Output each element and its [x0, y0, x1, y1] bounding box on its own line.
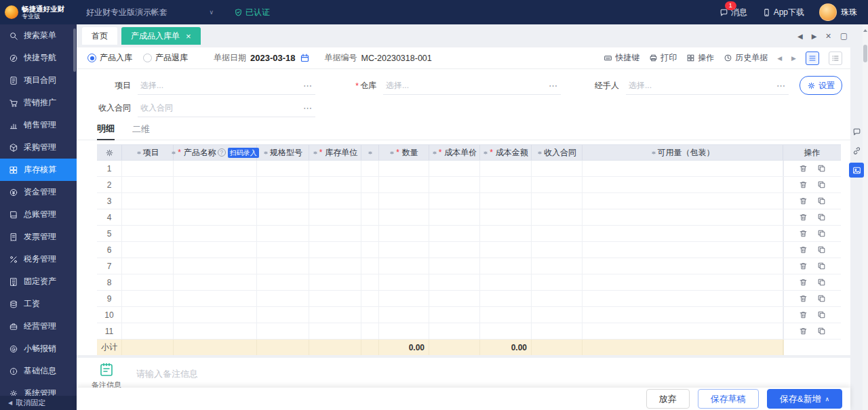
cell-project[interactable] — [122, 177, 174, 192]
attachment-panel-button[interactable] — [850, 144, 863, 157]
cell-unit[interactable] — [309, 274, 361, 290]
sidebar-item-reimbursement[interactable]: 小畅报销 — [0, 337, 77, 360]
cell-available[interactable] — [583, 193, 783, 209]
cell-spec[interactable] — [257, 274, 309, 290]
sidebar-item-sales[interactable]: 销售管理 — [0, 114, 77, 136]
cell-available[interactable] — [583, 161, 783, 176]
cell-project[interactable] — [122, 258, 174, 274]
cell-product[interactable] — [174, 177, 257, 192]
cell-cost_amount[interactable] — [480, 226, 532, 241]
cell-unit[interactable] — [309, 226, 361, 241]
cell-aux[interactable] — [361, 258, 379, 274]
sort-icon[interactable] — [651, 149, 656, 157]
sidebar-item-general-ledger[interactable]: 总账管理 — [0, 203, 77, 226]
column-header-cost_amount[interactable]: *成本金额 — [480, 145, 532, 160]
cell-available[interactable] — [583, 209, 783, 225]
scan-entry-badge[interactable]: 扫码录入 — [228, 148, 259, 158]
copy-row-icon[interactable] — [817, 245, 826, 254]
cell-cost_amount[interactable] — [480, 291, 532, 306]
cell-spec[interactable] — [257, 307, 309, 323]
column-header-unit_cost[interactable]: *成本单价 — [429, 145, 480, 160]
cell-spec[interactable] — [257, 209, 309, 225]
cell-unit_cost[interactable] — [429, 161, 480, 176]
cell-cost_amount[interactable] — [480, 242, 532, 258]
sidebar-item-marketing[interactable]: 营销推广 — [0, 91, 77, 114]
cell-qty[interactable] — [379, 161, 429, 176]
delete-row-icon[interactable] — [799, 229, 808, 238]
sidebar-item-operations[interactable]: 经营管理 — [0, 315, 77, 337]
cell-available[interactable] — [583, 226, 783, 241]
cell-product[interactable] — [174, 161, 257, 176]
cell-qty[interactable] — [379, 274, 429, 290]
history-documents-button[interactable]: 历史单据 — [724, 52, 768, 64]
cell-available[interactable] — [583, 242, 783, 258]
save-and-new-button[interactable]: 保存&新增 ∧ — [767, 389, 842, 409]
cell-project[interactable] — [122, 291, 174, 306]
cell-unit_cost[interactable] — [429, 291, 480, 306]
radio-product-return[interactable]: 产品退库 — [143, 52, 188, 64]
cell-cost_amount[interactable] — [480, 193, 532, 209]
page-scrollbar[interactable] — [863, 24, 868, 410]
cell-unit_cost[interactable] — [429, 307, 480, 323]
cell-qty[interactable] — [379, 291, 429, 306]
cell-income_contract[interactable] — [532, 193, 583, 209]
copy-row-icon[interactable] — [817, 164, 826, 173]
sort-icon[interactable] — [537, 149, 542, 157]
column-header-ops[interactable]: 操作 — [783, 145, 841, 160]
next-document-icon[interactable]: ▶ — [791, 55, 796, 62]
cell-product[interactable] — [174, 226, 257, 241]
cell-income_contract[interactable] — [532, 274, 583, 290]
warehouse-input[interactable]: 选择... ⋯ — [383, 77, 561, 95]
cell-cost_amount[interactable] — [480, 209, 532, 225]
cell-income_contract[interactable] — [532, 242, 583, 258]
remark-input[interactable]: 请输入备注信息 — [136, 358, 850, 388]
cell-income_contract[interactable] — [532, 258, 583, 274]
cell-available[interactable] — [583, 177, 783, 192]
income-contract-picker-icon[interactable]: ⋯ — [303, 103, 313, 113]
cell-unit[interactable] — [309, 307, 361, 323]
delete-row-icon[interactable] — [799, 180, 808, 189]
cell-spec[interactable] — [257, 161, 309, 176]
cell-aux[interactable] — [361, 193, 379, 209]
cell-available[interactable] — [583, 258, 783, 274]
sidebar-item-quick-nav[interactable]: 快捷导航 — [0, 47, 77, 69]
cell-aux[interactable] — [361, 242, 379, 258]
sidebar-item-tax[interactable]: 税务管理 — [0, 248, 77, 270]
copy-row-icon[interactable] — [817, 310, 826, 319]
cell-spec[interactable] — [257, 193, 309, 209]
cell-aux[interactable] — [361, 307, 379, 323]
cell-unit_cost[interactable] — [429, 274, 480, 290]
shortcut-keys-button[interactable]: 快捷键 — [604, 52, 639, 64]
scrollbar-thumb[interactable] — [863, 45, 867, 62]
cell-qty[interactable] — [379, 226, 429, 241]
cell-product[interactable] — [174, 323, 257, 339]
cell-spec[interactable] — [257, 291, 309, 306]
cell-cost_amount[interactable] — [480, 177, 532, 192]
copy-row-icon[interactable] — [817, 229, 826, 238]
sort-icon[interactable] — [263, 149, 269, 157]
sidebar-item-payroll[interactable]: 工资 — [0, 293, 77, 315]
cell-aux[interactable] — [361, 291, 379, 306]
delete-row-icon[interactable] — [799, 245, 808, 254]
column-header-income_contract[interactable]: 收入合同 — [532, 145, 583, 160]
cell-income_contract[interactable] — [532, 323, 583, 339]
income-contract-input[interactable]: 收入合同 ⋯ — [138, 100, 315, 117]
cell-cost_amount[interactable] — [480, 258, 532, 274]
copy-row-icon[interactable] — [817, 213, 826, 222]
sidebar-item-invoice[interactable]: 发票管理 — [0, 226, 77, 248]
column-header-qty[interactable]: *数量 — [379, 145, 429, 160]
cell-income_contract[interactable] — [532, 209, 583, 225]
cell-project[interactable] — [122, 226, 174, 241]
cell-project[interactable] — [122, 209, 174, 225]
cell-aux[interactable] — [361, 161, 379, 176]
handler-input[interactable]: 选择... ⋯ — [626, 77, 789, 95]
close-all-tabs-icon[interactable]: × — [825, 30, 831, 41]
cell-income_contract[interactable] — [532, 161, 583, 176]
column-header-project[interactable]: 项目 — [122, 145, 174, 160]
sort-icon[interactable] — [171, 149, 176, 157]
print-button[interactable]: 打印 — [649, 52, 677, 64]
column-header-spec[interactable]: 规格型号 — [257, 145, 309, 160]
project-input[interactable]: 选择... ⋯ — [138, 77, 315, 95]
tab-2d[interactable]: 二维 — [132, 123, 150, 140]
cell-unit_cost[interactable] — [429, 323, 480, 339]
